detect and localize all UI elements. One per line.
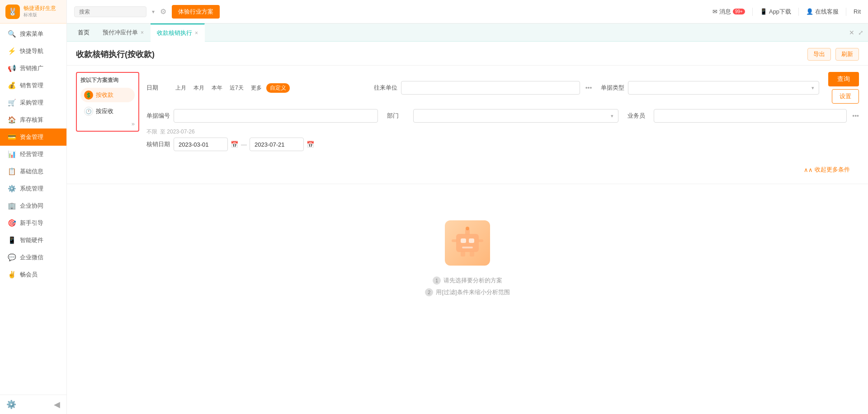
filter-collapse-btn[interactable]: » — [80, 120, 135, 127]
app-icon: 📱 — [760, 8, 767, 15]
filter-receipt-icon: 💲 — [84, 90, 93, 100]
sidebar-label-sales: 销售管理 — [20, 81, 43, 90]
tab-expand-icon[interactable]: ⤢ — [858, 29, 863, 36]
sidebar-item-operations[interactable]: 📊 经营管理 — [0, 146, 66, 163]
sidebar-item-system[interactable]: ⚙️ 系统管理 — [0, 180, 66, 197]
sidebar-item-purchase[interactable]: 🛒 采购管理 — [0, 94, 66, 111]
verify-date-end-input[interactable] — [250, 138, 304, 151]
messages-label: 消息 — [719, 8, 731, 16]
more-date-btn[interactable]: 更多 — [248, 83, 264, 93]
topbar-gear-icon[interactable]: ⚙ — [160, 7, 166, 16]
industry-solution-button[interactable]: 体验行业方案 — [172, 5, 220, 19]
tab-home-label: 首页 — [78, 29, 90, 37]
sidebar-label-marketing: 营销推广 — [20, 64, 43, 72]
sidebar-item-quick-nav[interactable]: ⚡ 快捷导航 — [0, 43, 66, 60]
tab-close-all-icon[interactable]: ✕ — [849, 29, 854, 36]
sidebar-bottom: ⚙️ ◀ — [0, 395, 66, 414]
dept-arrow-icon: ▾ — [611, 113, 613, 119]
verify-end-cal-icon[interactable]: 📅 — [307, 141, 314, 148]
doctype-select[interactable]: ▾ — [628, 81, 819, 95]
date-unlimited-text: 不限 — [146, 128, 157, 136]
staff-more-icon[interactable]: ••• — [852, 112, 859, 119]
setting-button[interactable]: 设置 — [832, 89, 859, 104]
staff-field: 业务员 ••• — [627, 109, 859, 123]
collapse-more-conditions[interactable]: ∧∧ 收起更多条件 — [146, 164, 859, 177]
sidebar-item-finance[interactable]: 💳 资金管理 — [0, 128, 66, 146]
date-quick-buttons: 上月 本月 本年 近7天 更多 自定义 — [173, 83, 290, 93]
sidebar-item-member[interactable]: ✌️ 畅会员 — [0, 266, 66, 283]
svg-rect-9 — [470, 251, 474, 257]
sidebar-item-inventory[interactable]: 🏠 库存核算 — [0, 111, 66, 128]
export-button[interactable]: 导出 — [807, 48, 831, 61]
sidebar-nav: 🔍 搜索菜单 ⚡ 快捷导航 📢 营销推广 💰 销售管理 🛒 采购管理 🏠 库存核… — [0, 24, 66, 395]
online-service-button[interactable]: 👤 在线客服 — [806, 8, 839, 16]
party-more-icon[interactable]: ••• — [585, 84, 592, 91]
date-range-sep: — — [241, 141, 247, 148]
custom-date-btn[interactable]: 自定义 — [266, 83, 290, 93]
query-button[interactable]: 查询 — [828, 72, 859, 86]
filter-by-receipt[interactable]: 💲 按收款 — [80, 88, 135, 102]
tab-prepay[interactable]: 预付冲应付单 × — [96, 24, 151, 42]
tab-home[interactable]: 首页 — [71, 24, 96, 42]
tab-receipt-close[interactable]: × — [195, 30, 198, 36]
sidebar-label-quick-nav: 快捷导航 — [20, 47, 43, 55]
empty-robot-illustration — [445, 220, 490, 266]
staff-input[interactable] — [654, 109, 847, 123]
sidebar-label-member: 畅会员 — [20, 271, 38, 279]
sidebar-item-base-info[interactable]: 📋 基础信息 — [0, 163, 66, 180]
sidebar-label-search: 搜索菜单 — [20, 30, 43, 38]
last-7days-btn[interactable]: 近7天 — [227, 83, 246, 93]
sidebar-item-wechat[interactable]: 💬 企业微信 — [0, 249, 66, 266]
date-field: 日期 上月 本月 本年 近7天 更多 自定义 — [146, 83, 365, 93]
sidebar-label-base-info: 基础信息 — [20, 167, 43, 176]
search-section: 按以下方案查询 💲 按收款 🕐 按应收 » — [67, 66, 868, 184]
sidebar-item-enterprise[interactable]: 🏢 企业协同 — [0, 197, 66, 214]
sidebar-settings-icon[interactable]: ⚙️ — [6, 400, 16, 409]
sidebar-item-smart-hw[interactable]: 📱 智能硬件 — [0, 232, 66, 249]
sidebar-icon-search: 🔍 — [7, 29, 16, 38]
tabs-bar: 首页 预付冲应付单 × 收款核销执行 × ✕ ⤢ — [67, 24, 868, 42]
filter-by-receivable[interactable]: 🕐 按应收 — [80, 104, 135, 119]
sidebar-icon-marketing: 📢 — [7, 64, 16, 73]
sidebar-label-guide: 新手引导 — [20, 219, 43, 227]
docnum-input[interactable] — [174, 109, 378, 123]
topbar-chevron-icon[interactable]: ▾ — [152, 9, 155, 15]
topbar-search-input[interactable] — [74, 6, 146, 17]
this-year-btn[interactable]: 本年 — [209, 83, 225, 93]
refresh-button[interactable]: 刷新 — [835, 48, 859, 61]
form-action-col: 查询 设置 — [828, 72, 859, 104]
dept-label: 部门 — [387, 112, 410, 120]
this-month-btn[interactable]: 本月 — [191, 83, 207, 93]
tab-receipt-offset[interactable]: 收款核销执行 × — [151, 24, 205, 42]
doctype-arrow-icon: ▾ — [811, 85, 814, 91]
doctype-field: 单据类型 ▾ — [601, 81, 819, 95]
tab-prepay-close[interactable]: × — [141, 29, 144, 36]
dept-select[interactable]: ▾ — [413, 109, 618, 123]
party-input[interactable] — [401, 81, 580, 95]
filter-receipt-label: 按收款 — [96, 91, 113, 99]
app-download-button[interactable]: 📱 App下载 — [760, 8, 791, 16]
sidebar-item-marketing[interactable]: 📢 营销推广 — [0, 60, 66, 77]
tabs-actions: ✕ ⤢ — [849, 29, 863, 36]
user-name[interactable]: Rit — [854, 8, 861, 15]
logo-title: 畅捷通好生意 — [24, 5, 56, 12]
main-area: ▾ ⚙ 体验行业方案 ✉ 消息 99+ 📱 App下载 👤 在线客服 Rit — [67, 0, 868, 414]
sidebar-icon-system: ⚙️ — [7, 184, 16, 193]
messages-button[interactable]: ✉ 消息 99+ — [712, 8, 745, 16]
last-month-btn[interactable]: 上月 — [173, 83, 189, 93]
verify-date-start-input[interactable] — [174, 138, 228, 151]
sidebar-icon-wechat: 💬 — [7, 253, 16, 262]
search-form: 日期 上月 本月 本年 近7天 更多 自定义 — [146, 72, 859, 177]
sidebar-icon-finance: 💳 — [7, 133, 16, 142]
sidebar-label-enterprise: 企业协同 — [20, 202, 43, 210]
sidebar-label-system: 系统管理 — [20, 185, 43, 193]
sidebar-icon-quick-nav: ⚡ — [7, 47, 16, 56]
sidebar-label-smart-hw: 智能硬件 — [20, 236, 43, 244]
sidebar-icon-base-info: 📋 — [7, 167, 16, 176]
sidebar-collapse-icon[interactable]: ◀ — [54, 400, 60, 409]
sidebar-item-search[interactable]: 🔍 搜索菜单 — [0, 25, 66, 43]
sidebar-item-guide[interactable]: 🎯 新手引导 — [0, 214, 66, 232]
sidebar-item-sales[interactable]: 💰 销售管理 — [0, 77, 66, 94]
topbar: ▾ ⚙ 体验行业方案 ✉ 消息 99+ 📱 App下载 👤 在线客服 Rit — [67, 0, 868, 24]
verify-start-cal-icon[interactable]: 📅 — [231, 141, 238, 148]
